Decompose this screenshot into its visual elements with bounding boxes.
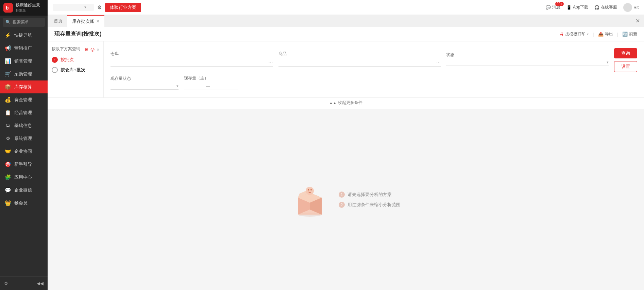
hint-num-1: 1: [339, 192, 345, 198]
brand-name: 畅康通好生意: [16, 3, 44, 8]
user-avatar-action[interactable]: Rit: [623, 3, 639, 12]
print-label: 按模板打印: [565, 31, 586, 37]
messages-action[interactable]: 💬 消息 99+: [546, 4, 560, 10]
apps-icon: 🧩: [5, 174, 11, 180]
sidebar-item-label: 资金管理: [14, 97, 32, 103]
main-area: ▾ ⚙ 体验行业方案 💬 消息 99+ 📱 App下载 🎧 在线客服 Rit: [48, 0, 644, 290]
sidebar-item-label: 采购管理: [14, 71, 32, 77]
sidebar-item-enterprise[interactable]: 🤝 企业协同: [0, 145, 48, 158]
sidebar-item-finance[interactable]: 💰 资金管理: [0, 93, 48, 106]
export-label: 导出: [605, 31, 613, 37]
quantity-to-input[interactable]: [211, 84, 232, 89]
sidebar-item-apps[interactable]: 🧩 应用中心: [0, 171, 48, 184]
sidebar-item-wechat[interactable]: 💬 企业微信: [0, 184, 48, 197]
sidebar-item-member[interactable]: 👑 畅会员: [0, 197, 48, 210]
sidebar-item-label: 营销推广: [14, 45, 32, 51]
app-download-action[interactable]: 📱 App下载: [566, 4, 588, 10]
sidebar-item-quicknav[interactable]: ⚡ 快捷导航: [0, 29, 48, 42]
quicknav-icon: ⚡: [5, 32, 11, 38]
tab-close-all[interactable]: ✕: [635, 18, 643, 24]
sidebar-item-sales[interactable]: 📊 销售管理: [0, 55, 48, 68]
separator-2: |: [617, 32, 618, 37]
separator-1: |: [593, 32, 594, 37]
sidebar-item-marketing[interactable]: 📢 营销推广: [0, 42, 48, 55]
export-icon: 📤: [598, 32, 604, 37]
trial-button[interactable]: 体验行业方案: [105, 3, 141, 12]
query-button[interactable]: 查询: [614, 48, 637, 58]
basic-icon: 🗂: [5, 123, 11, 129]
sidebar-item-system[interactable]: ⚙ 系统管理: [0, 132, 48, 145]
inventory-icon: 📦: [5, 84, 11, 90]
sidebar-collapse-icon[interactable]: ◀◀: [35, 279, 45, 287]
sidebar-search[interactable]: 🔍 搜索菜单: [3, 18, 45, 27]
tab-inventory-batch[interactable]: 库存批次账 ✕: [67, 15, 104, 27]
hint-item-1: 1 请先选择要分析的方案: [339, 192, 401, 198]
scheme-icon-warehouse-batch: [52, 67, 58, 73]
collapse-more-bar[interactable]: ▲▲ 收起更多条件: [48, 98, 644, 109]
tabbar: 首页 库存批次账 ✕ ✕: [48, 15, 644, 27]
marketing-icon: 📢: [5, 45, 11, 51]
sidebar-item-purchase[interactable]: 🛒 采购管理: [0, 68, 48, 80]
status-chevron-icon: ▾: [607, 60, 609, 65]
filter-sidebar-header: 按以下方案查询 ⊕ ◎ «: [48, 45, 103, 55]
sidebar-item-inventory[interactable]: 📦 库存核算: [0, 80, 48, 93]
scheme-label-warehouse-batch: 按仓库+批次: [61, 67, 85, 73]
add-scheme-icon[interactable]: ⊕: [84, 47, 88, 52]
hint-text-2: 用过滤条件来缩小分析范围: [348, 202, 401, 208]
scheme-item-warehouse-batch[interactable]: 按仓库+批次: [48, 65, 103, 75]
sidebar-item-label: 企业微信: [14, 187, 32, 193]
topbar-search-wrap[interactable]: ▾: [53, 4, 94, 11]
search-icon: 🔍: [5, 20, 11, 24]
message-icon: 💬: [546, 5, 551, 10]
print-template-button[interactable]: 🖨 按模板打印 ▾: [559, 31, 589, 37]
warehouse-input-wrap[interactable]: ···: [111, 58, 273, 67]
sales-icon: 📊: [5, 58, 11, 64]
goods-label: 商品: [278, 51, 441, 57]
print-chevron-icon[interactable]: ▾: [587, 32, 589, 36]
scheme-item-batch[interactable]: ✓ 按批次: [48, 55, 103, 65]
warehouse-input[interactable]: [111, 60, 268, 65]
hint-num-label-1: 1: [341, 193, 343, 197]
filter-row-2: 现存量状态 ▾ 现存量（主） —: [111, 75, 637, 90]
tab-home[interactable]: 首页: [49, 15, 67, 27]
close-all-icon[interactable]: ✕: [635, 18, 640, 24]
wechat-icon: 💬: [5, 187, 11, 193]
sidebar: b 畅康通好生意 标准版 🔍 搜索菜单 ⚡ 快捷导航 📢 营销推广 📊 销售管理…: [0, 0, 48, 290]
inventory-status-select[interactable]: ▾: [111, 83, 179, 90]
export-button[interactable]: 📤 导出: [598, 31, 613, 37]
sidebar-settings-icon[interactable]: ⚙: [3, 279, 10, 287]
quantity-label: 现存量（主）: [184, 75, 238, 81]
online-service-action[interactable]: 🎧 在线客服: [594, 4, 617, 10]
sidebar-item-newbie[interactable]: 🎯 新手引导: [0, 158, 48, 171]
warehouse-label: 仓库: [111, 51, 273, 57]
svg-point-7: [306, 187, 314, 195]
filter-sidebar-icons: ⊕ ◎ «: [84, 47, 99, 52]
topbar-search-input[interactable]: [56, 5, 83, 10]
tab-home-label: 首页: [54, 18, 63, 24]
goods-input[interactable]: [278, 60, 436, 65]
collapse-schemes-icon[interactable]: «: [97, 47, 99, 52]
quantity-from-input[interactable]: [184, 84, 204, 89]
goods-input-wrap[interactable]: ···: [278, 58, 441, 67]
enterprise-icon: 🤝: [5, 148, 11, 155]
goods-more-icon[interactable]: ···: [436, 59, 441, 65]
tab-close-icon[interactable]: ✕: [96, 19, 100, 23]
hint-item-2: 2 用过滤条件来缩小分析范围: [339, 202, 401, 208]
topbar-gear-icon[interactable]: ⚙: [97, 4, 102, 11]
svg-point-9: [310, 189, 312, 191]
inventory-status-field: 现存量状态 ▾: [111, 76, 179, 90]
quantity-range-wrap[interactable]: —: [184, 83, 238, 90]
warehouse-more-icon[interactable]: ···: [268, 59, 273, 65]
warehouse-field: 仓库 ···: [111, 51, 273, 67]
topbar-chevron-icon[interactable]: ▾: [84, 5, 86, 10]
sidebar-item-label: 库存核算: [14, 84, 32, 90]
filter-main: 仓库 ··· 商品 ··· 状态: [104, 41, 644, 97]
settings-button[interactable]: 设置: [614, 61, 637, 72]
sidebar-item-operations[interactable]: 📋 经营管理: [0, 106, 48, 119]
scheme-settings-icon[interactable]: ◎: [90, 47, 95, 52]
sidebar-item-basic[interactable]: 🗂 基础信息: [0, 119, 48, 132]
refresh-button[interactable]: 🔄 刷新: [622, 31, 637, 37]
sidebar-item-label: 销售管理: [14, 58, 32, 64]
status-select[interactable]: ▾: [446, 59, 609, 66]
sidebar-item-label: 畅会员: [14, 200, 28, 206]
